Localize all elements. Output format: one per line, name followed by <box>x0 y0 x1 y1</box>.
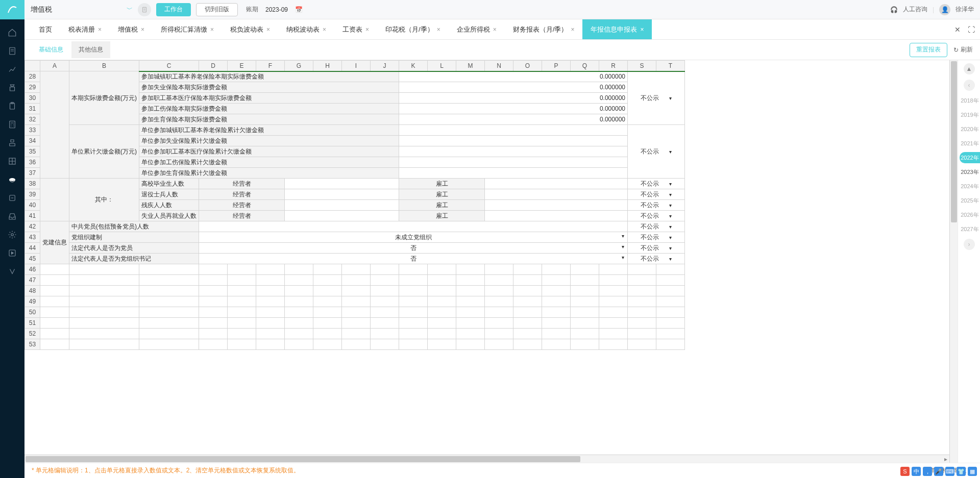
row-header[interactable]: 48 <box>25 286 40 296</box>
row-header[interactable]: 40 <box>25 200 40 211</box>
close-icon[interactable]: × <box>493 26 497 33</box>
col-header-A[interactable]: A <box>40 61 69 71</box>
row-header[interactable]: 41 <box>25 211 40 221</box>
row-header[interactable]: 47 <box>25 275 40 286</box>
calendar-icon[interactable]: 📅 <box>295 6 303 13</box>
col-header-B[interactable]: B <box>69 61 139 71</box>
refresh-link[interactable]: ↻刷新 <box>953 45 973 54</box>
period-value[interactable]: 2023-09 <box>265 6 288 13</box>
ime-punct-icon[interactable]: ， <box>923 467 932 476</box>
row-header[interactable]: 31 <box>25 104 40 114</box>
tab-10[interactable]: 年报信息申报表× <box>582 19 652 39</box>
col-header-H[interactable]: H <box>313 61 342 71</box>
doc-icon[interactable] <box>138 3 151 16</box>
close-all-icon[interactable]: ✕ <box>954 26 961 34</box>
nav-gear-icon[interactable] <box>0 225 24 244</box>
tab-6[interactable]: 工资表× <box>334 19 377 39</box>
ime-skin-icon[interactable]: 👕 <box>957 467 966 476</box>
col-header-P[interactable]: P <box>542 61 571 71</box>
module-selector[interactable]: 增值税 ﹀ <box>31 5 133 14</box>
nav-grid-icon[interactable] <box>0 152 24 170</box>
col-header-O[interactable]: O <box>513 61 542 71</box>
avatar[interactable]: 👤 <box>939 4 950 15</box>
app-logo[interactable] <box>0 0 24 19</box>
row-header[interactable]: 50 <box>25 307 40 318</box>
tab-5[interactable]: 纳税波动表× <box>278 19 334 39</box>
year-2024年[interactable]: 2024年 <box>960 181 980 192</box>
nav-chart-icon[interactable] <box>0 60 24 79</box>
close-icon[interactable]: × <box>437 26 440 33</box>
nav-money-icon[interactable] <box>0 79 24 97</box>
row-header[interactable]: 51 <box>25 318 40 329</box>
tab-7[interactable]: 印花税（月/季）× <box>377 19 449 39</box>
nav-inbox-icon[interactable] <box>0 207 24 225</box>
ime-menu-icon[interactable]: ▦ <box>968 467 977 476</box>
nav-calc-icon[interactable] <box>0 115 24 134</box>
col-header-G[interactable]: G <box>285 61 313 71</box>
tab-4[interactable]: 税负波动表× <box>222 19 278 39</box>
expand-icon[interactable]: ⛶ <box>968 26 975 34</box>
close-icon[interactable]: × <box>141 26 144 33</box>
tab-9[interactable]: 财务报表（月/季）× <box>505 19 583 39</box>
workspace-button[interactable]: 工作台 <box>156 3 191 16</box>
tab-2[interactable]: 增值税× <box>110 19 153 39</box>
rail-up-icon[interactable]: ▲ <box>964 63 975 74</box>
rail-next-icon[interactable]: › <box>964 239 975 250</box>
row-header[interactable]: 28 <box>25 71 40 82</box>
close-icon[interactable]: × <box>266 26 270 33</box>
nav-doc-icon[interactable] <box>0 42 24 60</box>
spreadsheet[interactable]: ABCDEFGHIJKLMNOPQRST28本期实际缴费金额(万元)参加城镇职工… <box>24 60 685 350</box>
headset-icon[interactable]: 🎧 <box>890 6 898 13</box>
nav-box-icon[interactable] <box>0 189 24 207</box>
nav-bowl-icon[interactable] <box>0 170 24 189</box>
col-header-K[interactable]: K <box>399 61 428 71</box>
row-header[interactable]: 29 <box>25 82 40 93</box>
row-header[interactable]: 52 <box>25 329 40 339</box>
col-header-M[interactable]: M <box>456 61 485 71</box>
vertical-scrollbar[interactable] <box>949 60 958 463</box>
ime-keyboard-icon[interactable]: ⌨ <box>945 467 954 476</box>
subtab-other[interactable]: 其他信息 <box>71 41 110 58</box>
row-header[interactable]: 37 <box>25 168 40 179</box>
tab-3[interactable]: 所得税汇算清缴× <box>153 19 222 39</box>
tab-1[interactable]: 税表清册× <box>60 19 110 39</box>
col-header-S[interactable]: S <box>628 61 656 71</box>
col-header-L[interactable]: L <box>428 61 456 71</box>
tab-0[interactable]: 首页 <box>31 19 60 39</box>
row-header[interactable]: 53 <box>25 339 40 350</box>
row-header[interactable]: 38 <box>25 179 40 189</box>
row-header[interactable]: 49 <box>25 296 40 307</box>
close-icon[interactable]: × <box>640 26 644 33</box>
year-2022年[interactable]: 2022年 <box>960 152 980 163</box>
row-header[interactable]: 46 <box>25 264 40 275</box>
year-2025年[interactable]: 2025年 <box>960 195 980 206</box>
nav-stamp-icon[interactable] <box>0 134 24 152</box>
year-2026年[interactable]: 2026年 <box>960 209 980 220</box>
year-2021年[interactable]: 2021年 <box>960 138 980 149</box>
switch-old-button[interactable]: 切到旧版 <box>196 3 238 16</box>
row-header[interactable]: 32 <box>25 114 40 125</box>
row-header[interactable]: 36 <box>25 157 40 168</box>
nav-home-icon[interactable] <box>0 23 24 42</box>
close-icon[interactable]: × <box>98 26 102 33</box>
row-header[interactable]: 44 <box>25 243 40 254</box>
horizontal-scrollbar[interactable]: ◂▸ <box>24 455 949 463</box>
row-header[interactable]: 42 <box>25 221 40 232</box>
ime-sogou-icon[interactable]: S <box>900 467 910 476</box>
row-header[interactable]: 39 <box>25 189 40 200</box>
tab-8[interactable]: 企业所得税× <box>449 19 505 39</box>
year-2027年[interactable]: 2027年 <box>960 223 980 235</box>
col-header-F[interactable]: F <box>256 61 285 71</box>
col-header-I[interactable]: I <box>342 61 371 71</box>
reset-report-button[interactable]: 重置报表 <box>910 43 947 57</box>
col-header-R[interactable]: R <box>599 61 628 71</box>
col-header-N[interactable]: N <box>485 61 513 71</box>
nav-play-icon[interactable] <box>0 244 24 262</box>
select-all-corner[interactable] <box>25 61 40 71</box>
col-header-Q[interactable]: Q <box>571 61 599 71</box>
nav-v-icon[interactable] <box>0 262 24 281</box>
row-header[interactable]: 30 <box>25 93 40 104</box>
close-icon[interactable]: × <box>210 26 214 33</box>
rail-prev-icon[interactable]: ‹ <box>964 80 975 91</box>
close-icon[interactable]: × <box>365 26 369 33</box>
